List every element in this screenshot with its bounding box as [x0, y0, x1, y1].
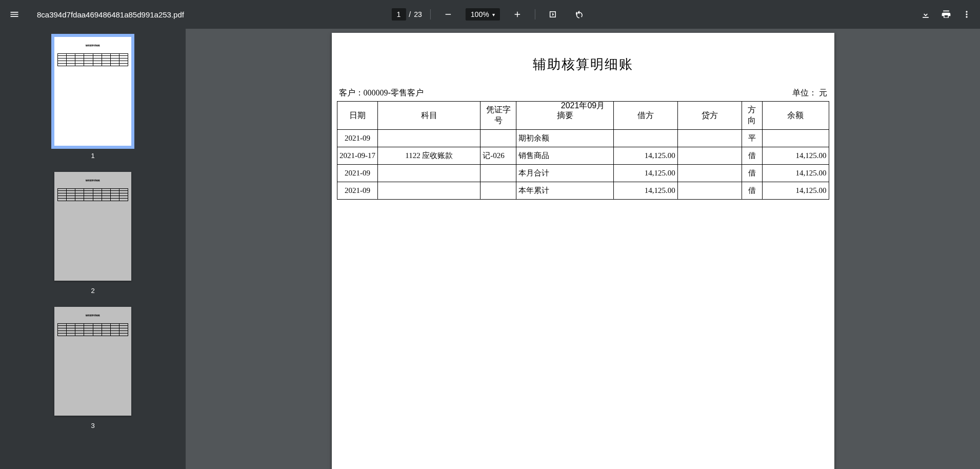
minus-icon [444, 10, 453, 19]
cell-voucher [481, 165, 516, 182]
col-balance: 余额 [762, 102, 829, 130]
thumbnail-item[interactable]: 辅助核算明细账2 [0, 172, 186, 295]
cell-direction: 借 [742, 182, 762, 200]
cell-balance: 14,125.00 [762, 165, 829, 182]
zoom-out-button[interactable] [439, 5, 457, 24]
thumbnail-preview[interactable]: 辅助核算明细账 [54, 172, 131, 281]
cell-summary: 本年累计 [516, 182, 614, 200]
cell-summary: 销售商品 [516, 147, 614, 165]
zoom-level-select[interactable]: 100% ▾ [466, 8, 500, 21]
cell-credit [677, 165, 742, 182]
cell-direction: 借 [742, 165, 762, 182]
unit-info: 单位： 元 [792, 88, 827, 99]
cell-account [378, 182, 481, 200]
toolbar-center: / 23 100% ▾ [391, 5, 588, 24]
page-sep: / [409, 10, 411, 18]
cell-balance: 14,125.00 [762, 182, 829, 200]
table-row: 2021-09期初余额平 [337, 130, 829, 147]
cell-voucher [481, 182, 516, 200]
cell-voucher: 记-026 [481, 147, 516, 165]
meta-row: 客户：000009-零售客户 单位： 元 2021年09月 [337, 88, 829, 100]
thumbnail-preview[interactable]: 辅助核算明细账 [54, 37, 131, 146]
cell-account [378, 130, 481, 147]
cell-date: 2021-09 [337, 182, 378, 200]
zoom-in-button[interactable] [508, 5, 527, 24]
page-number-input[interactable] [391, 8, 406, 21]
table-row: 2021-09本年累计14,125.00借14,125.00 [337, 182, 829, 200]
page-total: 23 [414, 10, 422, 18]
cell-balance [762, 130, 829, 147]
col-date: 日期 [337, 102, 378, 130]
cell-debit: 14,125.00 [613, 165, 677, 182]
rotate-button[interactable] [570, 5, 589, 24]
rotate-icon [575, 10, 584, 19]
page-viewer[interactable]: 辅助核算明细账 客户：000009-零售客户 单位： 元 2021年09月 日期 [186, 29, 980, 469]
print-icon [941, 9, 951, 19]
col-credit: 贷方 [677, 102, 742, 130]
cell-summary: 期初余额 [516, 130, 614, 147]
cell-balance: 14,125.00 [762, 147, 829, 165]
caret-down-icon: ▾ [492, 12, 495, 17]
cell-debit: 14,125.00 [613, 147, 677, 165]
cell-debit [613, 130, 677, 147]
cell-credit [677, 147, 742, 165]
cell-summary: 本月合计 [516, 165, 614, 182]
page-indicator: / 23 [391, 8, 422, 21]
plus-icon [513, 10, 522, 19]
col-debit: 借方 [613, 102, 677, 130]
cell-voucher [481, 130, 516, 147]
cell-credit [677, 130, 742, 147]
divider [535, 9, 535, 19]
customer-info: 客户：000009-零售客户 [339, 88, 424, 99]
menu-button[interactable] [4, 4, 25, 25]
fit-page-icon [548, 10, 557, 19]
divider [430, 9, 431, 19]
download-button[interactable] [916, 5, 935, 24]
col-account: 科目 [378, 102, 481, 130]
thumbnail-label: 3 [91, 422, 94, 429]
toolbar: 8ca394d7fdaa469486481a85d991a253.pdf / 2… [0, 0, 980, 29]
hamburger-icon [9, 9, 19, 19]
cell-date: 2021-09-17 [337, 147, 378, 165]
period-label: 2021年09月 [561, 101, 605, 111]
document-title: 辅助核算明细账 [337, 55, 829, 73]
more-vert-icon [962, 9, 972, 19]
col-voucher: 凭证字号 [481, 102, 516, 130]
customer-label: 客户： [339, 88, 364, 97]
print-button[interactable] [937, 5, 955, 24]
table-row: 2021-09本月合计14,125.00借14,125.00 [337, 165, 829, 182]
cell-date: 2021-09 [337, 165, 378, 182]
download-icon [921, 9, 931, 19]
ledger-table: 日期 科目 凭证字号 摘要 借方 贷方 方向 余额 2021-09期初余额平20… [337, 101, 829, 200]
unit-label: 单位： [792, 88, 817, 97]
main-area: 辅助核算明细账1辅助核算明细账2辅助核算明细账3 辅助核算明细账 客户：0000… [0, 29, 980, 469]
zoom-level-text: 100% [471, 10, 489, 18]
col-direction: 方向 [742, 102, 762, 130]
more-button[interactable] [957, 5, 976, 24]
cell-debit: 14,125.00 [613, 182, 677, 200]
filename-label: 8ca394d7fdaa469486481a85d991a253.pdf [37, 10, 184, 19]
cell-account: 1122 应收账款 [378, 147, 481, 165]
toolbar-right [916, 5, 976, 24]
thumbnail-sidebar[interactable]: 辅助核算明细账1辅助核算明细账2辅助核算明细账3 [0, 29, 186, 469]
unit-value: 元 [819, 88, 827, 97]
cell-direction: 平 [742, 130, 762, 147]
cell-credit [677, 182, 742, 200]
fit-page-button[interactable] [544, 5, 562, 24]
thumbnail-item[interactable]: 辅助核算明细账1 [0, 37, 186, 160]
customer-value: 000009-零售客户 [364, 88, 424, 97]
thumbnail-item[interactable]: 辅助核算明细账3 [0, 307, 186, 429]
thumbnail-label: 2 [91, 287, 94, 295]
cell-direction: 借 [742, 147, 762, 165]
thumbnail-preview[interactable]: 辅助核算明细账 [54, 307, 131, 416]
pdf-page: 辅助核算明细账 客户：000009-零售客户 单位： 元 2021年09月 日期 [332, 33, 834, 469]
table-row: 2021-09-171122 应收账款记-026销售商品14,125.00借14… [337, 147, 829, 165]
thumbnail-label: 1 [91, 152, 94, 160]
cell-account [378, 165, 481, 182]
cell-date: 2021-09 [337, 130, 378, 147]
